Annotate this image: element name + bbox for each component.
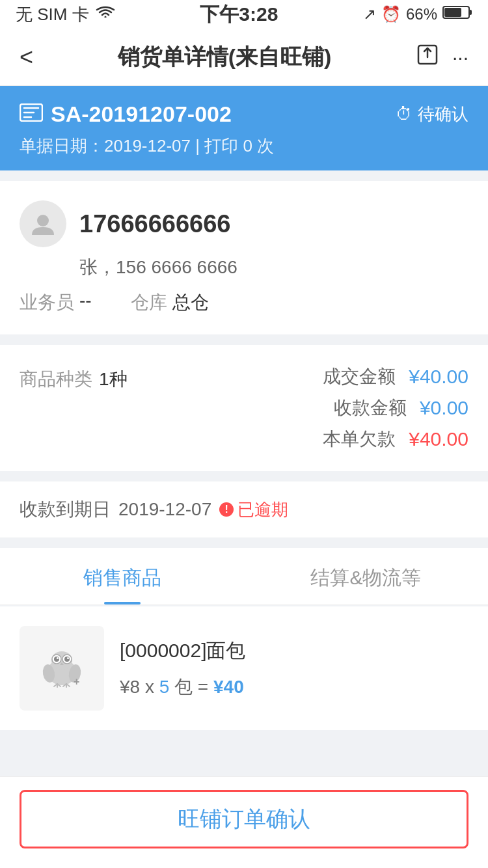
amount-row: 成交金额 ¥40.00 (323, 364, 468, 389)
overdue-icon: ! (219, 502, 234, 517)
customer-meta: 业务员 -- 仓库 总仓 (20, 290, 468, 315)
export-icon[interactable] (416, 43, 439, 71)
status-bar: 无 SIM 卡 下午3:28 ↗ ⏰ 66% (0, 0, 488, 29)
received-row: 收款金额 ¥0.00 (334, 396, 468, 420)
summary-left: 商品种类 1种 (20, 364, 323, 392)
svg-point-12 (64, 657, 70, 662)
back-button[interactable]: < (20, 44, 59, 71)
order-header: SA-20191207-002 ⏱ 待确认 单据日期：2019-12-07 | … (0, 86, 488, 170)
nav-actions: ··· (390, 43, 468, 71)
bottom-button-wrap: 旺铺订单确认 (0, 776, 488, 868)
due-date-label: 收款到期日 (20, 497, 111, 522)
owed-label: 本单欠款 (323, 427, 396, 452)
due-date-card: 收款到期日 2019-12-07 ! 已逾期 (0, 481, 488, 537)
product-info: [0000002]面包 ¥8 x 5 包 = ¥40 (120, 638, 468, 699)
svg-point-10 (57, 657, 59, 659)
category-label: 商品种类 (20, 367, 92, 392)
product-list: + [0000002]面包 ¥8 x 5 包 = ¥40 (0, 606, 488, 730)
location-icon: ↗ (363, 5, 376, 23)
order-id-row: SA-20191207-002 ⏱ 待确认 (20, 102, 468, 127)
category-value: 1种 (99, 367, 128, 392)
owed-value: ¥40.00 (409, 428, 468, 450)
table-row: + [0000002]面包 ¥8 x 5 包 = ¥40 (0, 606, 488, 730)
product-qty: 5 (159, 677, 170, 697)
amount-value: ¥40.00 (409, 366, 468, 388)
confirm-order-button[interactable]: 旺铺订单确认 (20, 790, 468, 848)
order-status: ⏱ 待确认 (396, 103, 468, 126)
svg-text:+: + (74, 676, 79, 687)
product-total: ¥40 (213, 677, 244, 697)
overdue-badge: ! 已逾期 (219, 498, 288, 521)
svg-point-9 (54, 657, 59, 662)
svg-point-5 (37, 215, 49, 226)
carrier-text: 无 SIM 卡 (16, 3, 89, 26)
svg-rect-2 (444, 8, 461, 17)
summary-right: 成交金额 ¥40.00 收款金额 ¥0.00 本单欠款 ¥40.00 (323, 364, 468, 452)
owed-row: 本单欠款 ¥40.00 (323, 427, 468, 452)
warehouse-value: 总仓 (172, 290, 209, 315)
clock-icon: ⏱ (396, 104, 413, 124)
sales-label: 业务员 (20, 290, 74, 315)
svg-rect-1 (469, 10, 472, 15)
product-name: [0000002]面包 (120, 638, 468, 664)
customer-contact: 张，156 6666 6666 (20, 255, 468, 280)
alarm-icon: ⏰ (381, 5, 401, 23)
tab-settlement[interactable]: 结算&物流等 (244, 548, 488, 604)
battery-icon (442, 5, 472, 24)
due-date-value: 2019-12-07 (118, 499, 211, 520)
sales-value: -- (79, 290, 92, 315)
product-thumbnail: + (20, 626, 104, 711)
received-value: ¥0.00 (420, 397, 468, 419)
amount-label: 成交金额 (323, 364, 396, 389)
tab-products[interactable]: 销售商品 (0, 548, 244, 604)
battery-text: 66% (406, 5, 437, 23)
nav-bar: < 销货单详情(来自旺铺) ··· (0, 29, 488, 86)
order-date: 单据日期：2019-12-07 | 打印 0 次 (20, 135, 468, 157)
status-left: 无 SIM 卡 (16, 3, 115, 26)
status-time: 下午3:28 (200, 1, 278, 28)
customer-card: 17666666666 张，156 6666 6666 业务员 -- 仓库 总仓 (0, 181, 488, 334)
more-icon[interactable]: ··· (452, 46, 468, 68)
overdue-text: 已逾期 (237, 498, 288, 521)
received-label: 收款金额 (334, 396, 407, 420)
wifi-icon (96, 5, 115, 25)
warehouse-meta: 仓库 总仓 (131, 290, 209, 315)
avatar (20, 200, 66, 247)
order-icon (20, 102, 43, 127)
warehouse-label: 仓库 (131, 290, 167, 315)
customer-phone: 17666666666 (79, 210, 230, 238)
order-id: SA-20191207-002 (20, 102, 232, 127)
status-right: ↗ ⏰ 66% (363, 5, 472, 24)
tabs-container: 销售商品 结算&物流等 (0, 548, 488, 605)
customer-top: 17666666666 (20, 200, 468, 247)
product-price: ¥8 x 5 包 = ¥40 (120, 675, 468, 699)
sales-meta: 业务员 -- (20, 290, 92, 315)
summary-card: 商品种类 1种 成交金额 ¥40.00 收款金额 ¥0.00 本单欠款 ¥40.… (0, 345, 488, 471)
svg-point-13 (67, 657, 69, 659)
page-title: 销货单详情(来自旺铺) (59, 42, 390, 72)
